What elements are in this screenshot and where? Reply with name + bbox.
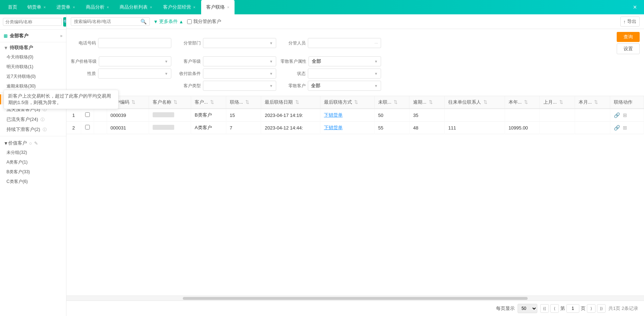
row1-checkbox[interactable] [85,112,90,117]
more-conditions-button[interactable]: ▼ 更多条件 ▲ [153,18,184,25]
nav-tab-product-analysis[interactable]: 商品分析 × [81,0,114,14]
retail-customer-chevron-down-icon: ▼ [374,84,378,88]
nav-tab-product-list[interactable]: 商品分析列表 × [115,0,157,14]
per-page-select[interactable]: 50 100 200 [518,304,537,313]
sidebar-search-button[interactable]: 🔍 [63,17,66,27]
row1-grid-icon[interactable]: ⊞ [623,112,627,118]
sort-icon-overdue: ⇅ [429,99,433,105]
close-customer-contact-tab[interactable]: × [227,5,229,9]
payment-select[interactable]: ▼ [203,69,276,79]
pending-contact-group[interactable]: ▼ 待联络客户 [0,42,66,52]
col-uncontacted[interactable]: 未联... ⇅ [374,96,409,109]
price-level-chevron-down-icon: ▼ [165,60,168,63]
last-page-button[interactable]: ⟩⟩ [597,304,606,313]
sidebar-item-a-class[interactable]: A类客户(1) [0,157,66,167]
search-icon[interactable]: 🔍 [140,19,147,24]
nav-tab-home[interactable]: 首页 [4,4,22,10]
row2-grid-icon[interactable]: ⊞ [623,125,627,131]
close-sales-tab[interactable]: × [43,5,46,9]
next-page-button[interactable]: ⟩ [587,304,596,313]
col-this-year[interactable]: 本年... ⇅ [505,96,540,109]
col-this-month[interactable]: 本月... ⇅ [575,96,610,109]
my-customer-checkbox[interactable] [187,19,192,24]
row1-last-date: 2023-04-17 14:19: [261,109,320,122]
sidebar-item-7days[interactable]: 近7天待联络(0) [0,72,66,81]
all-customers-title[interactable]: ⊞ 全部客户 » [0,30,66,42]
row1-last-method[interactable]: 下销货单 [320,109,374,122]
price-level-select[interactable]: ▼ [99,56,171,66]
sidebar-item-c-class[interactable]: C类客户(6) [0,177,66,187]
retail-attr-select[interactable]: 全部 ▼ [309,56,381,66]
close-purchase-tab[interactable]: × [73,5,75,9]
manager-ellipsis-icon: ··· [375,41,378,45]
edit-icon[interactable]: ○ [29,141,32,146]
row1-link-icon[interactable]: 🔗 [614,112,620,118]
row2-this-year: 10995.00 [505,122,540,134]
row2-type: A类客户 [191,122,226,134]
prev-page-button[interactable]: ⟨ [550,304,559,313]
filter-row-4: 客户类型 ▼ 零散客户 全部 ▼ [71,81,640,91]
customer-type-label: 客户类型 [176,83,201,89]
row2-checkbox[interactable] [85,125,90,129]
scroll-thumb[interactable] [183,297,528,300]
nav-tab-purchase[interactable]: 进货单 × [51,0,80,14]
sidebar-item-ungrouped[interactable]: 未分组(32) [0,148,66,157]
my-customer-filter[interactable]: 我分管的客户 [187,18,221,25]
retail-customer-select[interactable]: 全部 ▼ [308,81,381,91]
dept-field: 分管部门 ▼ [176,38,276,48]
col-last-month[interactable]: 上月... ⇅ [540,96,575,109]
col-customer-type[interactable]: 客户... ⇅ [191,96,226,109]
value-customer-group: ▼ 价值客户 ○ ✎ [0,138,66,148]
phone-input[interactable] [98,38,171,48]
pencil-icon[interactable]: ✎ [34,141,38,146]
export-button[interactable]: ↑ 导出 [620,16,640,27]
nav-tab-sales[interactable]: 销货单 × [22,0,51,14]
nav-tab-customer-contact[interactable]: 客户联络 × [201,0,234,14]
sidebar-item-declining[interactable]: 持续下滑客户(2) ⓘ [0,124,66,135]
row1-this-month [575,109,610,122]
sidebar-item-today[interactable]: 今天待联络(0) [0,52,66,62]
row1-actions: 🔗 ⊞ [610,109,644,122]
col-unit-contact[interactable]: 往来单位联系人 ⇅ [444,96,505,109]
sidebar-search-input[interactable] [3,18,62,26]
page-number-input[interactable] [566,304,579,313]
dept-select[interactable]: ▼ [203,38,276,48]
col-last-method[interactable]: 最后联络方式 ⇅ [320,96,374,109]
sidebar-item-b-class[interactable]: B类客户(33) [0,167,66,177]
sort-icon-unit: ⇅ [483,99,487,105]
nav-tab-customer-mgmt[interactable]: 客户分层经营 × [158,0,200,14]
settings-button[interactable]: 设置 [617,43,640,54]
nature-select[interactable]: ▼ [98,69,171,79]
close-customer-mgmt-tab[interactable]: × [193,5,195,9]
sort-icon-code: ⇅ [131,99,135,105]
window-close-button[interactable]: × [629,4,640,11]
customer-level-select[interactable]: ▼ [203,56,276,66]
close-product-list-tab[interactable]: × [150,5,152,9]
sidebar-item-churned[interactable]: 已流失客户(24) ⓘ [0,114,66,124]
collapse-icon[interactable]: » [60,33,62,38]
sidebar-item-tomorrow[interactable]: 明天待联络(1) [0,62,66,72]
filter-right-actions: ↑ 导出 [620,16,640,27]
horizontal-scrollbar[interactable] [66,296,644,301]
customer-level-chevron-down-icon: ▼ [269,60,273,63]
query-button[interactable]: 查询 [617,32,640,42]
price-level-label: 客户价格等级 [71,58,97,65]
customer-type-select[interactable]: ▼ [203,81,276,91]
retail-customer-value: 全部 [311,82,320,89]
status-select[interactable]: ▼ [308,69,381,79]
close-product-analysis-tab[interactable]: × [107,5,109,9]
retail-customer-label: 零散客户 [281,83,306,89]
col-contact-count[interactable]: 联络... ⇅ [226,96,261,109]
first-page-button[interactable]: ⟨⟨ [540,304,549,313]
manager-select[interactable]: ··· [308,38,381,48]
search-input[interactable] [74,19,140,24]
row2-last-method[interactable]: 下销货单 [320,122,374,134]
phone-label: 电话号码 [71,40,96,46]
row2-link-icon[interactable]: 🔗 [614,125,620,131]
row2-code: 000031 [107,122,149,134]
col-last-date[interactable]: 最后联络日期 ⇅ [261,96,320,109]
col-overdue[interactable]: 逾期... ⇅ [409,96,445,109]
page-label: 第 [560,305,565,312]
retail-attr-label: 零散客户属性 [281,58,306,65]
col-customer-name[interactable]: 客户名称 ⇅ [149,96,191,109]
